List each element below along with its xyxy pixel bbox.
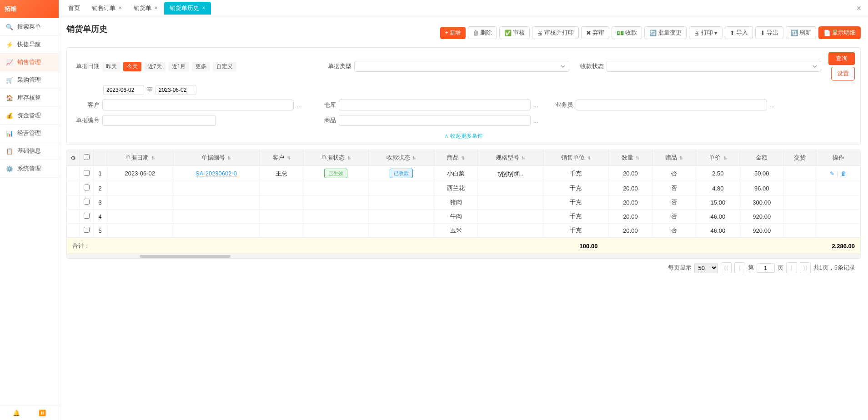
date-yesterday[interactable]: 昨天 bbox=[102, 62, 120, 71]
sidebar-item-inventory[interactable]: 🏠 库存核算 bbox=[0, 89, 59, 107]
date-more[interactable]: 更多 bbox=[192, 62, 210, 71]
row-doc-no[interactable] bbox=[173, 224, 259, 238]
date-to-input[interactable] bbox=[156, 85, 196, 95]
row-checkbox[interactable] bbox=[84, 199, 90, 205]
pause-icon[interactable]: ⏸️ bbox=[39, 410, 46, 416]
delete-button[interactable]: 🗑 删除 bbox=[468, 26, 497, 39]
export-button[interactable]: ⬇ 导出 bbox=[755, 26, 783, 39]
doc-no-header[interactable]: 单据编号 ⇅ bbox=[173, 150, 259, 166]
sidebar-item-purchase[interactable]: 🛒 采购管理 bbox=[0, 71, 59, 89]
prev-page-button[interactable]: ⟨ bbox=[734, 262, 745, 273]
unit-header[interactable]: 销售单位 ⇅ bbox=[543, 150, 609, 166]
collect-button[interactable]: 💵 收款 bbox=[612, 26, 642, 39]
abandon-button[interactable]: ✖ 弃审 bbox=[581, 26, 609, 39]
toolbar-actions: + 新增 🗑 删除 ✅ 审核 🖨 审核并打印 ✖ bbox=[440, 26, 861, 39]
customer-header[interactable]: 客户 ⇅ bbox=[260, 150, 303, 166]
review-print-button[interactable]: 🖨 审核并打印 bbox=[532, 26, 579, 39]
next-page-button[interactable]: ⟩ bbox=[786, 262, 797, 273]
date-1month[interactable]: 近1月 bbox=[168, 62, 190, 71]
close-all-tabs[interactable]: ✕ bbox=[853, 5, 864, 12]
refresh-button[interactable]: 🔃 刷新 bbox=[786, 26, 816, 39]
salesperson-picker-icon[interactable]: ... bbox=[770, 102, 775, 109]
sidebar-item-finance[interactable]: 💰 资金管理 bbox=[0, 107, 59, 125]
page-size-select[interactable]: 50 100 200 bbox=[694, 263, 718, 273]
select-all-header[interactable] bbox=[80, 150, 93, 166]
qty-header[interactable]: 数量 ⇅ bbox=[608, 150, 652, 166]
last-page-button[interactable]: ⟩⟩ bbox=[800, 262, 811, 273]
doc-no-link[interactable]: SA-20230602-0 bbox=[196, 170, 237, 177]
scrollbar-thumb[interactable] bbox=[140, 255, 231, 258]
sidebar-item-operations[interactable]: 📊 经营管理 bbox=[0, 125, 59, 142]
row-number: 1 bbox=[93, 166, 107, 181]
date-today[interactable]: 今天 bbox=[123, 62, 141, 71]
goods-picker-icon[interactable]: ... bbox=[533, 117, 538, 124]
table-settings-icon[interactable]: ⚙ bbox=[67, 150, 80, 166]
first-page-button[interactable]: ⟨⟨ bbox=[721, 262, 732, 273]
add-button[interactable]: + 新增 bbox=[440, 27, 466, 39]
close-tab-sales-goods[interactable]: ✕ bbox=[154, 5, 158, 10]
doc-no-input[interactable] bbox=[102, 115, 216, 126]
import-button[interactable]: ⬆ 导入 bbox=[725, 26, 753, 39]
row-doc-no[interactable] bbox=[173, 181, 259, 195]
row-goods: 西兰花 bbox=[434, 181, 478, 195]
customer-picker-icon[interactable]: ... bbox=[296, 102, 301, 109]
close-tab-sales-order[interactable]: ✕ bbox=[118, 5, 122, 10]
row-doc-no[interactable] bbox=[173, 210, 259, 224]
sidebar-item-search[interactable]: 🔍 搜索菜单 bbox=[0, 18, 59, 36]
edit-row-button[interactable]: ✎ bbox=[829, 170, 835, 177]
horizontal-scrollbar[interactable] bbox=[67, 254, 860, 258]
set-button[interactable]: 设置 bbox=[831, 67, 855, 80]
display-detail-button[interactable]: 📄 显示明细 bbox=[818, 26, 861, 39]
filter-warehouse: 仓库 ... bbox=[309, 100, 538, 110]
date-from-input[interactable] bbox=[103, 85, 144, 95]
row-goods: 玉米 bbox=[434, 224, 478, 238]
print-dropdown-icon: ▾ bbox=[714, 30, 717, 36]
collapse-filter-button[interactable]: ∧ 收起更多条件 bbox=[72, 130, 855, 142]
review-button[interactable]: ✅ 审核 bbox=[499, 26, 530, 39]
row-checkbox[interactable] bbox=[84, 213, 90, 219]
print-button[interactable]: 🖨 打印 ▾ bbox=[689, 26, 722, 39]
row-checkbox[interactable] bbox=[84, 185, 90, 190]
table-row: 12023-06-02SA-20230602-0王总已生效已收款小白菜tyjyj… bbox=[67, 166, 860, 181]
date-7days[interactable]: 近7天 bbox=[144, 62, 166, 71]
payment-status-header[interactable]: 收款状态 ⇅ bbox=[369, 150, 434, 166]
date-custom[interactable]: 自定义 bbox=[213, 62, 236, 71]
goods-header[interactable]: 商品 ⇅ bbox=[434, 150, 478, 166]
notification-icon[interactable]: 🔔 bbox=[13, 410, 20, 416]
tab-sales-history[interactable]: 销货单历史 ✕ bbox=[164, 2, 211, 15]
tab-sales-goods[interactable]: 销货单 ✕ bbox=[128, 2, 163, 15]
sidebar-item-base-info[interactable]: 📋 基础信息 bbox=[0, 142, 59, 160]
tab-home[interactable]: 首页 bbox=[63, 2, 85, 15]
doc-type-select[interactable] bbox=[354, 61, 569, 72]
delete-row-button[interactable]: 🗑 bbox=[840, 170, 848, 177]
row-checkbox[interactable] bbox=[84, 170, 90, 176]
sidebar-item-sys-mgmt[interactable]: ⚙️ 系统管理 bbox=[0, 160, 59, 178]
query-button[interactable]: 查询 bbox=[828, 52, 855, 65]
sidebar-item-sales[interactable]: 📈 销售管理 bbox=[0, 54, 59, 71]
customer-input[interactable] bbox=[102, 100, 294, 110]
row-unit: 千克 bbox=[543, 210, 609, 224]
payment-status-select[interactable] bbox=[607, 61, 821, 72]
filter-row-2: 客户 ... 仓库 ... 业务员 ... bbox=[72, 100, 855, 110]
doc-date-header[interactable]: 单据日期 ⇅ bbox=[107, 150, 173, 166]
page-number-input[interactable] bbox=[757, 263, 775, 273]
price-header[interactable]: 单价 ⇅ bbox=[696, 150, 740, 166]
salesperson-input[interactable] bbox=[576, 100, 767, 110]
row-checkbox[interactable] bbox=[84, 227, 90, 233]
warehouse-input[interactable] bbox=[339, 100, 530, 110]
gift-header[interactable]: 赠品 ⇅ bbox=[652, 150, 696, 166]
doc-status-header[interactable]: 单据状态 ⇅ bbox=[303, 150, 369, 166]
batch-change-button[interactable]: 🔄 批量变更 bbox=[644, 26, 687, 39]
spec-header[interactable]: 规格型号 ⇅ bbox=[478, 150, 543, 166]
warehouse-picker-icon[interactable]: ... bbox=[533, 102, 538, 109]
sidebar-item-quick-nav[interactable]: ⚡ 快捷导航 bbox=[0, 36, 59, 54]
tab-sales-order[interactable]: 销售订单 ✕ bbox=[86, 2, 127, 15]
row-doc-no[interactable] bbox=[173, 195, 259, 210]
sidebar: 拓维 🔍 搜索菜单 ⚡ 快捷导航 📈 销售管理 🛒 采购管理 🏠 库存核算 💰 … bbox=[0, 0, 59, 420]
gear-icon: ⚙️ bbox=[5, 165, 14, 173]
filter-container: 单据日期 昨天 今天 近7天 近1月 更多 自定义 单据类型 bbox=[66, 47, 861, 145]
close-tab-sales-history[interactable]: ✕ bbox=[202, 5, 206, 10]
select-all-checkbox[interactable] bbox=[84, 154, 90, 160]
row-doc-no[interactable]: SA-20230602-0 bbox=[173, 166, 259, 181]
goods-input[interactable] bbox=[339, 115, 530, 126]
